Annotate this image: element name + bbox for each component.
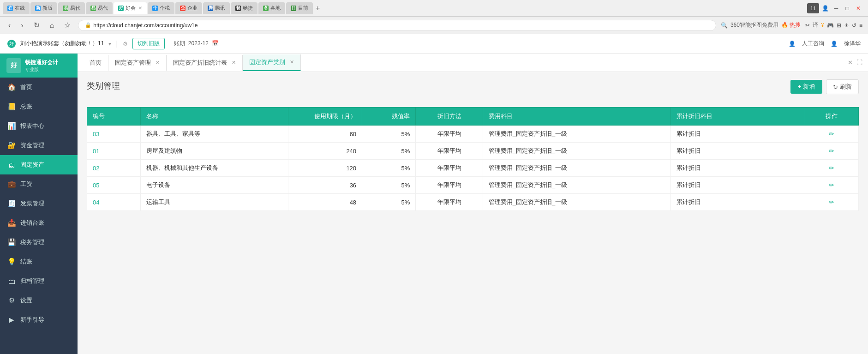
- sidebar-item-archive[interactable]: 🗃 归档管理: [0, 271, 78, 291]
- tab-fixed-mgmt-close[interactable]: ✕: [156, 60, 160, 66]
- edit-button-4[interactable]: ✏: [829, 198, 834, 206]
- tab-fixed-depreciation-close[interactable]: ✕: [232, 60, 236, 66]
- cell-period-4: 48: [288, 194, 362, 211]
- support-link[interactable]: 人工咨询: [802, 40, 824, 48]
- tab-5-close[interactable]: ✕: [138, 6, 142, 11]
- browser-tab-8[interactable]: 腾 腾讯: [203, 2, 230, 14]
- menu-icon[interactable]: ≡: [859, 22, 862, 29]
- browser-tab-3[interactable]: 易 易代: [58, 2, 85, 14]
- edit-button-0[interactable]: ✏: [829, 130, 834, 138]
- calendar-icon[interactable]: 📅: [212, 40, 219, 47]
- th-name: 名称: [141, 108, 288, 126]
- code-link-2[interactable]: 02: [93, 165, 99, 172]
- category-table: 编号 名称 使用期限（月） 残值率 折旧方法 费用科目 累计折旧科目 操作 03…: [87, 107, 859, 211]
- back-button[interactable]: ‹: [6, 20, 13, 30]
- toolbar-right: 👤 人工咨询 👤 徐泽华: [789, 40, 861, 48]
- browser-tab-6[interactable]: 个 个税: [148, 2, 174, 14]
- edit-button-2[interactable]: ✏: [829, 164, 834, 172]
- username-label: 徐泽华: [844, 40, 861, 48]
- reports-icon: 📊: [7, 122, 16, 130]
- add-button[interactable]: + 新增: [790, 80, 822, 94]
- period-text: 账期: [174, 40, 185, 47]
- home-icon: 🏠: [7, 83, 16, 91]
- code-link-3[interactable]: 05: [93, 182, 99, 189]
- minimize-button[interactable]: ─: [831, 3, 841, 13]
- browser-tab-5[interactable]: 好 好会 ✕: [114, 2, 147, 14]
- sidebar-tax-label: 税务管理: [20, 238, 44, 246]
- edit-button-3[interactable]: ✏: [829, 181, 834, 189]
- cell-action-0: ✏: [805, 126, 858, 143]
- browser-tab-9[interactable]: 畅 畅捷: [231, 2, 257, 14]
- home-button[interactable]: ⌂: [47, 20, 57, 30]
- cell-expense-4: 管理费用_固定资产折旧_一级: [483, 194, 670, 211]
- sidebar-item-tax[interactable]: 💾 税务管理: [0, 233, 78, 252]
- switch-version-button[interactable]: 切到旧版: [132, 38, 165, 49]
- tab-fixed-depreciation[interactable]: 固定资产折旧统计表 ✕: [167, 55, 243, 71]
- new-tab-button[interactable]: +: [314, 4, 322, 12]
- sidebar-item-funds[interactable]: 🔐 资金管理: [0, 136, 78, 155]
- refresh-button-main[interactable]: ↻ 刷新: [826, 79, 859, 94]
- sidebar-item-checkout[interactable]: 💡 结账: [0, 252, 78, 271]
- sidebar-item-reports[interactable]: 📊 报表中心: [0, 116, 78, 136]
- tab-10-label: 各地: [270, 5, 281, 12]
- cell-accum-1: 累计折旧: [670, 143, 805, 160]
- tab-fixed-category[interactable]: 固定资产类别 ✕: [243, 54, 301, 71]
- browser-tab-10[interactable]: 各 各地: [258, 2, 285, 14]
- sidebar-reports-label: 报表中心: [20, 122, 44, 130]
- sidebar-item-guide[interactable]: ▶ 新手引导: [0, 310, 78, 330]
- sidebar-item-payroll[interactable]: 💼 工资: [0, 174, 78, 194]
- sidebar-item-settings[interactable]: ⚙ 设置: [0, 291, 78, 310]
- browser-tab-7[interactable]: 企 企业: [175, 2, 202, 14]
- fixed-assets-icon: 🗂: [7, 161, 16, 169]
- dropdown-arrow[interactable]: ▾: [108, 41, 111, 47]
- tab-fixed-mgmt[interactable]: 固定资产管理 ✕: [108, 55, 167, 71]
- cell-code-2: 02: [87, 160, 141, 177]
- bookmark-button[interactable]: ☆: [61, 20, 73, 30]
- sidebar-home-label: 首页: [20, 83, 32, 91]
- hot-label: 🔥 热搜: [781, 21, 801, 29]
- tab-expand-icon[interactable]: ⛶: [856, 59, 862, 66]
- cell-name-4: 运输工具: [141, 194, 288, 211]
- profile-icon[interactable]: 👤: [820, 3, 830, 13]
- sidebar-item-sales[interactable]: 📥 进销台账: [0, 213, 78, 233]
- th-method: 折旧方法: [416, 108, 483, 126]
- code-link-1[interactable]: 01: [93, 148, 99, 155]
- sidebar-item-invoice[interactable]: 🧾 发票管理: [0, 194, 78, 213]
- url-bar[interactable]: 🔒 https://cloud.chanjet.com/accounting/u…: [78, 20, 716, 31]
- settings-icon[interactable]: ⚙: [123, 41, 128, 47]
- code-link-0[interactable]: 03: [93, 131, 99, 138]
- close-button[interactable]: ✕: [853, 3, 863, 13]
- cell-name-2: 机器、机械和其他生产设备: [141, 160, 288, 177]
- code-link-4[interactable]: 04: [93, 199, 99, 206]
- user-account-label: 刘小艳演示账套（勿删勿动！）11: [20, 40, 104, 48]
- cell-code-0: 03: [87, 126, 141, 143]
- refresh-button[interactable]: ↻: [31, 20, 42, 30]
- edit-button-1[interactable]: ✏: [829, 147, 834, 155]
- cell-code-4: 04: [87, 194, 141, 211]
- tab-fixed-category-close[interactable]: ✕: [290, 59, 294, 65]
- cell-period-1: 240: [288, 143, 362, 160]
- sidebar-item-home[interactable]: 🏠 首页: [0, 78, 78, 97]
- window-controls: 11 👤 ─ □ ✕: [807, 3, 865, 13]
- sidebar-item-ledger[interactable]: 📒 总账: [0, 97, 78, 116]
- browser-tab-2[interactable]: 新 新版: [30, 2, 57, 14]
- browser-tab-1[interactable]: 在 在线: [3, 2, 30, 14]
- cell-rate-3: 5%: [362, 177, 416, 194]
- search-icon: 🔍: [721, 22, 728, 29]
- cell-method-4: 年限平均: [416, 194, 483, 211]
- tab-home[interactable]: 首页: [83, 55, 108, 71]
- funds-icon: 🔐: [7, 141, 16, 150]
- currency-icon: ¥: [821, 22, 824, 29]
- invoice-icon: 🧾: [7, 199, 16, 208]
- cut-icon: ✂: [805, 22, 810, 29]
- tab-1-icon: 在: [7, 6, 13, 11]
- refresh-icon: ↻: [833, 84, 838, 90]
- sidebar-item-fixed-assets[interactable]: 🗂 固定资产: [0, 155, 78, 174]
- restore-button[interactable]: □: [842, 3, 852, 13]
- cell-name-0: 器具、工具、家具等: [141, 126, 288, 143]
- tab-close-icon[interactable]: ✕: [848, 59, 853, 66]
- browser-tab-4[interactable]: 易 易代: [86, 2, 113, 14]
- browser-tab-11[interactable]: 目 目前: [286, 2, 313, 14]
- forward-button[interactable]: ›: [18, 20, 26, 30]
- sidebar-ledger-label: 总账: [20, 102, 32, 111]
